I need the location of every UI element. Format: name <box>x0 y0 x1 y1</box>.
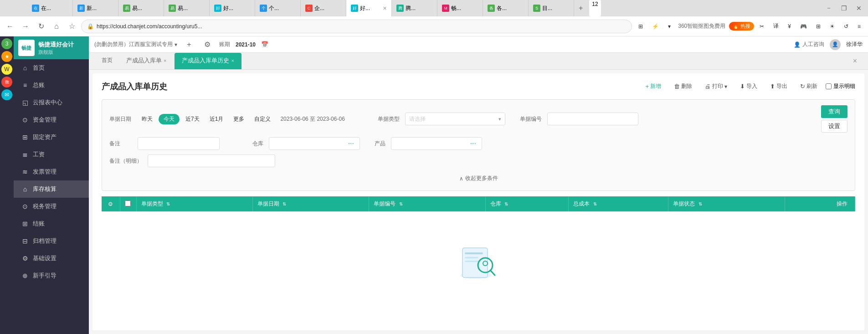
browser-tab-10[interactable]: 各 各... <box>483 0 529 16</box>
scissors-tool[interactable]: ✂ <box>756 22 768 31</box>
sidebar-item-payroll[interactable]: ≣ 工资 <box>14 146 89 163</box>
sidebar-item-home[interactable]: ⌂ 首页 <box>14 59 89 77</box>
sync-tool[interactable]: ↺ <box>840 22 852 31</box>
app-icon-360[interactable]: 3 <box>1 38 12 49</box>
human-service-button[interactable]: 👤 人工咨询 <box>794 41 824 48</box>
sidebar-item-guide[interactable]: ⊕ 新手引导 <box>14 267 89 284</box>
currency-tool[interactable]: ¥ <box>784 22 795 31</box>
print-button[interactable]: 🖨 打印 ▾ <box>700 81 732 92</box>
sort-icon-type[interactable]: ⇅ <box>166 201 170 206</box>
user-avatar[interactable]: 👤 <box>830 39 841 50</box>
select-all-checkbox[interactable] <box>125 200 131 206</box>
show-detail-checkbox-label[interactable]: 显示明细 <box>826 82 855 90</box>
calendar-icon[interactable]: 📅 <box>261 41 268 48</box>
warehouse-select[interactable]: ··· <box>269 137 360 150</box>
page-tab-voucher-list[interactable]: 产成品入库单 × <box>119 53 174 69</box>
column-voucher-type[interactable]: 单据类型 ⇅ <box>136 196 252 211</box>
show-detail-checkbox[interactable] <box>826 83 832 89</box>
bookmark-button[interactable]: ☆ <box>66 20 78 33</box>
browser-tab-0[interactable]: 在 在... <box>27 0 73 16</box>
new-button[interactable]: + 新增 <box>641 81 666 92</box>
voucher-no-input[interactable] <box>547 113 638 125</box>
delete-button[interactable]: 🗑 删除 <box>669 81 697 92</box>
date-btn-today[interactable]: 今天 <box>159 114 180 124</box>
sidebar-item-general-ledger[interactable]: ≡ 总账 <box>14 77 89 94</box>
grid-tool-button[interactable]: ⊞ <box>635 22 647 31</box>
refresh-button[interactable]: ↻ <box>35 20 47 33</box>
sidebar-item-archive[interactable]: ⊟ 归档管理 <box>14 232 89 250</box>
product-select[interactable]: ··· <box>391 137 482 150</box>
sort-icon-date[interactable]: ⇅ <box>282 201 286 206</box>
close-window-button[interactable]: ✕ <box>853 4 864 13</box>
hot-search-badge[interactable]: 🔥 热搜 <box>729 22 754 31</box>
browser-tab-5[interactable]: 个 个... <box>255 0 301 16</box>
browser-tab-6[interactable]: C 企... <box>301 0 346 16</box>
query-button[interactable]: 查询 <box>821 105 847 118</box>
date-btn-more[interactable]: 更多 <box>229 114 248 124</box>
column-status[interactable]: 单据状态 ⇅ <box>668 196 785 211</box>
display-tool[interactable]: ☀ <box>826 22 838 31</box>
sidebar-item-settings[interactable]: ⚙ 基础设置 <box>14 250 89 267</box>
sidebar-item-fixed-assets[interactable]: ⊞ 固定资产 <box>14 128 89 146</box>
game-tool[interactable]: 🎮 <box>796 22 811 31</box>
dropdown-button[interactable]: ▾ <box>664 22 674 31</box>
app-icon-w[interactable]: W <box>1 64 12 75</box>
column-voucher-date[interactable]: 单据日期 ⇅ <box>252 196 369 211</box>
date-btn-custom[interactable]: 自定义 <box>250 114 275 124</box>
column-gear[interactable]: ⚙ <box>102 196 120 211</box>
date-btn-1month[interactable]: 近1月 <box>205 114 228 124</box>
product-ellipsis-icon[interactable]: ··· <box>468 139 478 148</box>
settings-button[interactable]: 设置 <box>821 120 847 133</box>
browser-tab-3[interactable]: 易 易... <box>164 0 210 16</box>
more-tool[interactable]: ≡ <box>854 22 864 31</box>
breadcrumb-home[interactable]: 首页 <box>96 53 118 69</box>
date-btn-7days[interactable]: 近7天 <box>181 114 204 124</box>
sidebar-item-finance[interactable]: ⊙ 资金管理 <box>14 111 89 128</box>
page-tab-history[interactable]: 产成品入库单历史 × <box>175 53 241 69</box>
translate-tool[interactable]: 译 <box>770 21 782 31</box>
date-btn-yesterday[interactable]: 昨天 <box>138 114 157 124</box>
layout-tool[interactable]: ⊞ <box>812 22 824 31</box>
gear-column-icon[interactable]: ⚙ <box>108 201 113 207</box>
sidebar-item-checkout[interactable]: ⊞ 结账 <box>14 215 89 232</box>
sidebar-item-inventory[interactable]: ⌂ 库存核算 <box>14 180 89 198</box>
company-settings-icon[interactable]: ⚙ <box>201 38 214 51</box>
sidebar-item-tax[interactable]: ⊙ 税务管理 <box>14 198 89 215</box>
address-bar[interactable]: 🔒 https://cloud.chanjet.com/accounting/u… <box>81 20 632 33</box>
minimize-button[interactable]: － <box>823 3 835 13</box>
back-button[interactable]: ← <box>4 20 16 33</box>
column-warehouse[interactable]: 仓库 ⇅ <box>485 196 569 211</box>
detail-remark-input[interactable] <box>148 154 275 167</box>
sort-icon-no[interactable]: ⇅ <box>399 201 403 206</box>
browser-tab-8[interactable]: 腾 腾... <box>392 0 437 16</box>
column-total-cost[interactable]: 总成本 ⇅ <box>569 196 668 211</box>
browser-tab-1[interactable]: 新 新... <box>73 0 118 16</box>
voucher-type-select[interactable]: 请选择 ▾ <box>405 113 505 125</box>
add-company-button[interactable]: + <box>183 38 195 51</box>
browser-tab-7[interactable]: 好 好... ✕ <box>346 0 392 16</box>
collapse-button[interactable]: ∧ 收起更多条件 <box>459 175 498 182</box>
new-tab-button[interactable]: + <box>574 0 587 16</box>
close-panel-button[interactable]: × <box>849 57 861 65</box>
lightning-button[interactable]: ⚡ <box>648 22 663 31</box>
close-tab-history[interactable]: × <box>231 58 234 63</box>
close-tab-7[interactable]: ✕ <box>383 5 387 11</box>
export-button[interactable]: ⬆ 导出 <box>765 81 792 92</box>
app-icon-star[interactable]: ★ <box>1 51 12 62</box>
sort-icon-warehouse[interactable]: ⇅ <box>504 201 508 206</box>
browser-tab-2[interactable]: 易 易... <box>118 0 164 16</box>
sort-icon-cost[interactable]: ⇅ <box>593 201 597 206</box>
close-tab-voucher-list[interactable]: × <box>164 58 166 63</box>
app-icon-mail[interactable]: ✉ <box>1 89 12 100</box>
browser-tab-4[interactable]: 好 好... <box>210 0 255 16</box>
app-icon-weibo[interactable]: 微 <box>1 77 12 87</box>
browser-tab-11[interactable]: S 目... <box>529 0 574 16</box>
sidebar-item-invoice[interactable]: ≋ 发票管理 <box>14 163 89 180</box>
maximize-button[interactable]: ❐ <box>838 4 850 13</box>
forward-button[interactable]: → <box>19 20 32 33</box>
browser-tab-9[interactable]: M 畅... <box>437 0 483 16</box>
column-voucher-no[interactable]: 单据编号 ⇅ <box>369 196 485 211</box>
remark-input[interactable] <box>138 137 220 150</box>
column-checkbox[interactable] <box>120 196 136 211</box>
refresh-toolbar-button[interactable]: ↻ 刷新 <box>796 81 822 92</box>
